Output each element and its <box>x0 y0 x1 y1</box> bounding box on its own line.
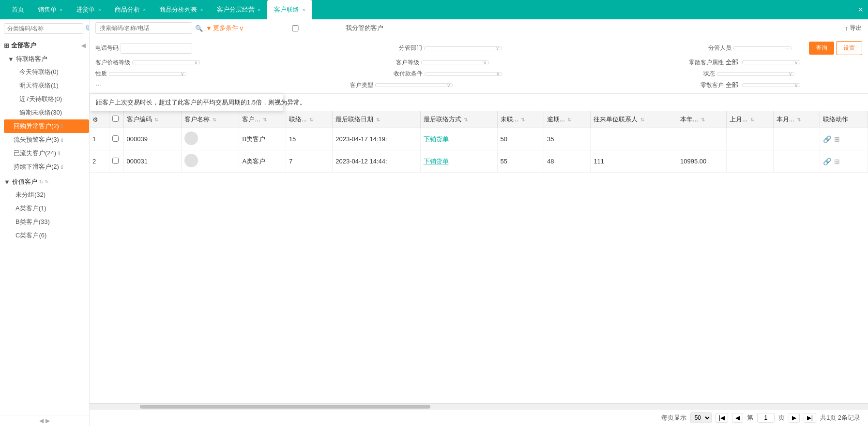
close-sales-tab[interactable]: × <box>60 7 62 13</box>
dept-select[interactable]: ∨ <box>424 46 502 50</box>
sort-overdue-icon[interactable]: ⇅ <box>567 117 571 122</box>
sidebar-overdue[interactable]: 逾期未联络(30) <box>10 106 89 119</box>
close-contact-tab[interactable]: × <box>302 7 305 13</box>
sort-type-icon[interactable]: ⇅ <box>263 117 267 122</box>
sidebar-left-arrow[interactable]: ◀ <box>39 417 44 424</box>
sort-name-icon[interactable]: ⇅ <box>213 117 216 122</box>
close-all-tabs[interactable]: × <box>858 5 863 15</box>
row2-link-icon[interactable]: 🔗 <box>823 158 831 165</box>
retail-attr-select[interactable]: ∨ <box>742 60 800 64</box>
person-select[interactable]: ··· <box>733 46 792 50</box>
my-customers-checkbox[interactable] <box>247 25 344 31</box>
row1-last-contact-method[interactable]: 下销货单 <box>420 128 497 150</box>
row1-grid-icon[interactable]: ⊞ <box>834 135 840 143</box>
sidebar-churned[interactable]: 已流失客户(24) ℹ <box>4 147 89 160</box>
status-select[interactable]: ∨ <box>717 72 794 76</box>
close-tier-tab[interactable]: × <box>258 7 260 13</box>
row2-last-contact-method[interactable]: 下销货单 <box>420 150 497 173</box>
sort-no-contact-icon[interactable]: ⇅ <box>521 117 525 122</box>
sidebar-right-arrow[interactable]: ▶ <box>46 417 50 424</box>
gender-arrow: ∨ <box>181 71 184 76</box>
nav-sales[interactable]: 销售单 × <box>31 0 69 19</box>
sort-contact-person-icon[interactable]: ⇅ <box>640 117 644 122</box>
my-customers-label[interactable]: 我分管的客户 <box>247 24 383 32</box>
row1-checkbox[interactable] <box>112 135 119 142</box>
row1-code: 000039 <box>123 128 181 150</box>
export-button[interactable]: ↑ 导出 <box>845 24 863 32</box>
sidebar-abnormal-repurchase[interactable]: 回购异常客户(2) ℹ <box>4 119 89 133</box>
more-conditions-btn[interactable]: ▼ 更多条件 ∨ <box>206 24 244 32</box>
close-purchase-tab[interactable]: × <box>98 7 101 13</box>
query-button[interactable]: 查询 <box>809 42 834 55</box>
last-page-btn[interactable]: ▶| <box>804 413 816 423</box>
sidebar-class-b[interactable]: B类客户(33) <box>6 215 89 229</box>
nav-purchase[interactable]: 进货单 × <box>69 0 107 19</box>
row1-link-icon[interactable]: 🔗 <box>823 135 831 143</box>
retail-customer-select[interactable]: ∨ <box>742 83 800 87</box>
nav-home[interactable]: 首页 <box>5 0 31 19</box>
horizontal-scrollbar[interactable] <box>90 403 868 409</box>
sort-contact-icon[interactable]: ⇅ <box>309 117 313 122</box>
sidebar-search-area: 🔍 <box>0 19 89 38</box>
sort-year-icon[interactable]: ⇅ <box>701 117 705 122</box>
per-page-select[interactable]: 50 <box>690 412 712 423</box>
select-all-checkbox[interactable] <box>112 116 119 122</box>
col-settings[interactable]: ⚙ <box>90 111 109 128</box>
table-row: 2 000031 A类客户 7 2023-04-12 14:44: 下销货单 <box>90 150 868 173</box>
row2-check[interactable] <box>109 150 123 173</box>
sidebar-value-customers[interactable]: ▼ 价值客户 ↻ ✎ <box>0 176 89 188</box>
search-input[interactable] <box>95 22 192 34</box>
sidebar-ungrouped[interactable]: 未分组(32) <box>6 188 89 202</box>
nav-customer-tier[interactable]: 客户分层经营 × <box>210 0 267 19</box>
sidebar-churn-warning[interactable]: 流失预警客户(3) ℹ <box>4 133 89 147</box>
customer-grade-select[interactable]: ∨ <box>421 60 489 64</box>
sort-date-icon[interactable]: ⇅ <box>376 117 380 122</box>
nav-product-analysis[interactable]: 商品分析 × <box>108 0 152 19</box>
close-analysis-list-tab[interactable]: × <box>200 7 203 13</box>
row2-last-month <box>727 150 773 173</box>
customer-type-select[interactable]: ∨ <box>375 83 453 87</box>
row2-checkbox[interactable] <box>112 158 119 164</box>
row2-grid-icon[interactable]: ⊞ <box>834 158 840 165</box>
more-dots[interactable]: ··· <box>95 81 102 89</box>
col-checkbox[interactable] <box>109 111 123 128</box>
sidebar-today[interactable]: 今天待联络(0) <box>10 65 89 79</box>
customer-type-label: 客户类型 <box>350 81 373 89</box>
next-page-btn[interactable]: ▶ <box>789 413 800 423</box>
first-page-btn[interactable]: |◀ <box>716 413 728 423</box>
nav-customer-contact[interactable]: 客户联络 × <box>267 0 312 19</box>
sidebar-class-a[interactable]: A类客户(1) <box>6 202 89 215</box>
sort-method-icon[interactable]: ⇅ <box>464 117 468 122</box>
gender-select[interactable]: ∨ <box>109 72 186 76</box>
row1-method-link[interactable]: 下销货单 <box>424 135 449 143</box>
row1-check[interactable] <box>109 128 123 150</box>
sidebar-7days[interactable]: 近7天待联络(0) <box>10 92 89 106</box>
sort-this-month-icon[interactable]: ⇅ <box>797 117 801 122</box>
scrollbar-thumb[interactable] <box>140 405 430 409</box>
close-analysis-tab[interactable]: × <box>143 7 146 13</box>
payment-select[interactable]: ∨ <box>425 72 502 76</box>
search-button[interactable]: 🔍 <box>195 25 203 32</box>
sidebar-search-input[interactable] <box>4 23 83 34</box>
sort-last-month-icon[interactable]: ⇅ <box>750 117 754 122</box>
sidebar-pending-contact[interactable]: ▼ 待联络客户 <box>4 53 89 65</box>
sidebar-class-c[interactable]: C类客户(6) <box>6 229 89 242</box>
nav-product-analysis-list[interactable]: 商品分析列表 × <box>152 0 210 19</box>
filter-row-2: 客户价格等级 ∨ 客户等级 ∨ <box>95 58 862 67</box>
phone-input[interactable] <box>121 43 192 54</box>
prev-page-btn[interactable]: ◀ <box>732 413 743 423</box>
price-grade-select[interactable]: ∨ <box>132 60 200 64</box>
sidebar-declining[interactable]: 持续下滑客户(2) ℹ <box>4 160 89 174</box>
customer-grade-field: 客户等级 ∨ <box>396 59 493 67</box>
row2-method-link[interactable]: 下销货单 <box>424 158 449 165</box>
sort-code-icon[interactable]: ⇅ <box>154 117 158 122</box>
refresh-icon[interactable]: ↻ <box>39 179 44 185</box>
setting-button[interactable]: 设置 <box>836 41 862 55</box>
sidebar-tomorrow[interactable]: 明天待联络(1) <box>10 79 89 92</box>
sidebar-all-customers[interactable]: ⊞ 全部客户 ◀ <box>0 38 89 53</box>
collapse-icon: ◀ <box>81 43 85 49</box>
page-input[interactable] <box>757 413 775 423</box>
tooltip-text: 距客户上次交易时长，超过了此客户的平均交易周期的1.5倍，则视为异常。 <box>96 99 306 106</box>
edit-icon[interactable]: ✎ <box>45 179 49 185</box>
sidebar-search-icon[interactable]: 🔍 <box>85 25 90 32</box>
